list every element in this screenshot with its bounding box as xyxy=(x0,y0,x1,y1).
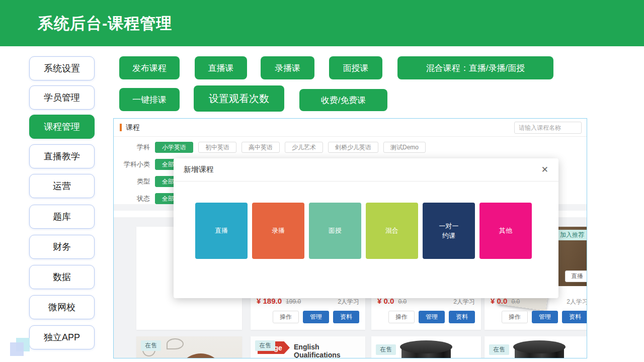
course-old-price: 199.0 xyxy=(286,298,301,305)
manage-button[interactable]: 管理 xyxy=(303,311,329,323)
course-card[interactable]: bridge English Qualifications 在售 xyxy=(251,336,365,358)
course-type-label: 面授 xyxy=(329,226,342,236)
sidebar-item-student-management[interactable]: 学员管理 xyxy=(29,85,95,110)
live-course-button[interactable]: 直播课 xyxy=(195,56,247,79)
material-button[interactable]: 资料 xyxy=(449,311,475,323)
course-type-card-one-on-one[interactable]: 一对一 约课 xyxy=(423,203,475,259)
close-icon[interactable]: ✕ xyxy=(541,165,548,174)
sidebar-item-finance[interactable]: 财务 xyxy=(29,235,95,259)
sidebar-item-system-settings[interactable]: 系统设置 xyxy=(29,56,95,80)
cambridge-title: English Qualifications xyxy=(294,343,365,358)
course-type-card-live[interactable]: 直播 xyxy=(195,203,248,259)
course-type-card-recorded[interactable]: 录播 xyxy=(252,203,304,259)
filter-tag-cambridge-children-english[interactable]: 剑桥少儿英语 xyxy=(328,142,378,153)
product-photo xyxy=(400,340,452,358)
course-cover: bridge English Qualifications 在售 xyxy=(251,336,365,358)
operate-button[interactable]: 操作 xyxy=(273,311,299,323)
material-button[interactable]: 资料 xyxy=(562,311,587,323)
app-header: 系统后台-课程管理 xyxy=(0,0,644,46)
course-type-card-offline[interactable]: 面授 xyxy=(309,203,361,259)
course-type-label: 一对一 约课 xyxy=(439,221,459,241)
operate-button[interactable]: 操作 xyxy=(502,311,528,323)
student-count: 2人学习 xyxy=(567,298,587,306)
offline-course-button[interactable]: 面授课 xyxy=(329,56,382,79)
recorded-course-button[interactable]: 录播课 xyxy=(261,56,314,79)
course-card[interactable]: 在售 xyxy=(136,336,242,358)
course-type-label: 直播 xyxy=(215,226,228,236)
course-old-price: 0.0 xyxy=(398,298,407,305)
manage-button[interactable]: 管理 xyxy=(532,311,558,323)
on-sale-badge: 在售 xyxy=(489,344,509,355)
filter-label-subcategory: 学科小类 xyxy=(114,160,150,169)
sidebar-item-question-bank[interactable]: 题库 xyxy=(29,205,95,229)
filter-row-subject: 学科 小学英语 初中英语 高中英语 少儿艺术 剑桥少儿英语 测试Demo xyxy=(114,139,587,156)
operate-button[interactable]: 操作 xyxy=(388,311,415,323)
course-type-label: 混合 xyxy=(385,226,398,236)
add-course-modal: 新增课程 ✕ 直播 录播 面授 混合 一对一 约课 其他 xyxy=(174,158,558,298)
material-button[interactable]: 资料 xyxy=(333,311,359,323)
course-old-price: 0.0 xyxy=(511,298,520,305)
filter-tag-children-art[interactable]: 少儿艺术 xyxy=(285,142,323,153)
course-type-card-other[interactable]: 其他 xyxy=(479,203,532,259)
sidebar-item-live-teaching[interactable]: 直播教学 xyxy=(29,144,95,168)
screen: 系统后台-课程管理 系统设置 学员管理 课程管理 直播教学 运营 题库 财务 数… xyxy=(0,0,644,362)
manage-button[interactable]: 管理 xyxy=(419,311,445,323)
filter-label-status: 状态 xyxy=(114,194,150,203)
modal-header: 新增课程 ✕ xyxy=(174,158,558,182)
one-click-schedule-button[interactable]: 一键排课 xyxy=(119,88,180,111)
on-sale-badge: 在售 xyxy=(255,340,275,351)
panel-header: 课程 xyxy=(114,119,587,137)
panel-title: 课程 xyxy=(126,123,140,132)
on-sale-badge: 在售 xyxy=(141,340,161,351)
filter-label-subject: 学科 xyxy=(114,143,150,152)
page-title: 系统后台-课程管理 xyxy=(38,13,172,34)
publish-course-button[interactable]: 发布课程 xyxy=(119,56,180,79)
product-photo xyxy=(513,340,566,358)
filter-tag-primary-english[interactable]: 小学英语 xyxy=(155,142,193,153)
course-search-input[interactable] xyxy=(514,122,582,134)
modal-body: 直播 录播 面授 混合 一对一 约课 其他 xyxy=(174,182,558,298)
course-cover: 在售 xyxy=(485,340,587,358)
student-count: 2人学习 xyxy=(453,298,475,306)
filter-tag-senior-english[interactable]: 高中英语 xyxy=(242,142,280,153)
recommend-badge[interactable]: 加入推荐 xyxy=(556,230,587,240)
course-type-label: 其他 xyxy=(499,226,512,236)
course-card[interactable]: 在售 xyxy=(371,336,481,358)
set-view-count-button[interactable]: 设置观看次数 xyxy=(194,85,284,112)
course-type-label: 录播 xyxy=(272,226,285,236)
student-count: 2人学习 xyxy=(338,298,359,306)
corner-decoration xyxy=(10,342,24,356)
modal-title: 新增课程 xyxy=(184,165,214,174)
mixed-course-button[interactable]: 混合课程：直播/录播/面授 xyxy=(397,56,553,79)
sidebar-item-micro-school[interactable]: 微网校 xyxy=(29,295,95,319)
live-type-label: 直播 xyxy=(565,270,587,282)
course-cover: 在售 xyxy=(371,340,481,358)
on-sale-badge: 在售 xyxy=(376,344,396,355)
course-card[interactable]: 在售 xyxy=(485,336,587,358)
filter-tag-junior-english[interactable]: 初中英语 xyxy=(198,142,236,153)
sidebar-item-course-management[interactable]: 课程管理 xyxy=(29,115,95,139)
course-cover: 在售 xyxy=(136,336,242,358)
paid-free-course-button[interactable]: 收费/免费课 xyxy=(299,89,387,111)
accent-bar xyxy=(120,124,122,131)
sidebar-item-data[interactable]: 数据 xyxy=(29,265,95,289)
sidebar-item-operations[interactable]: 运营 xyxy=(29,174,95,198)
course-type-card-mixed[interactable]: 混合 xyxy=(366,203,418,259)
filter-label-type: 类型 xyxy=(114,177,150,186)
sidebar-item-standalone-app[interactable]: 独立APP xyxy=(29,325,95,349)
filter-tag-test-demo[interactable]: 测试Demo xyxy=(383,142,426,153)
